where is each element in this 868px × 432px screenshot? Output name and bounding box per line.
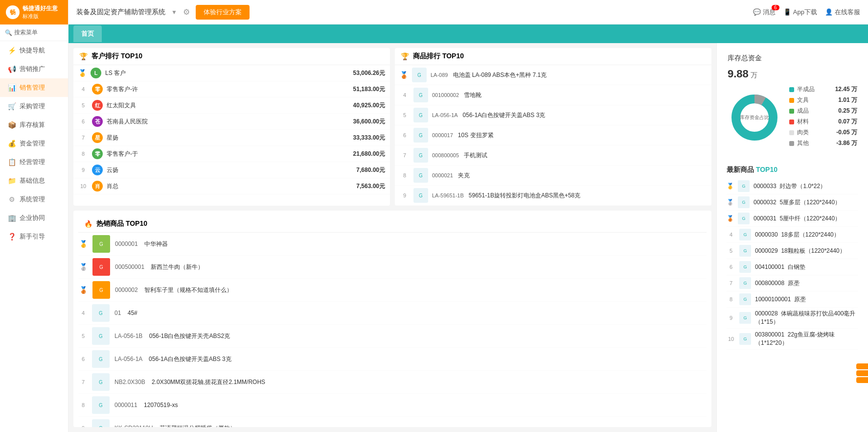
legend-category-value: 12.45 万 [835,85,857,94]
new-product-info: 0000032 5厘多层（1220*2440） [754,198,858,207]
hot-product-info: LA-056-1B 056-1B白色按键开关壳ABS2克 [114,332,706,340]
sidebar-item-inventory[interactable]: 📦 库存核算 [0,116,68,134]
customer-rank-row[interactable]: 10 肖 肖总 7,563.00元 [73,178,390,194]
hot-product-code: LA-056-1A [114,356,142,362]
customer-name: 红太阳文具 [107,101,349,110]
new-product-row[interactable]: 9 G 0000028 体碗蔬核味苏打饮品400毫升（1*15） [727,308,858,329]
online-service-button[interactable]: 👤 在线客服 [825,8,860,17]
customer-rank-row[interactable]: 🥇 L LS 客户 53,006.26元 [73,65,390,81]
product-rank-row[interactable]: 8 G 0000021 夹克 [395,166,711,186]
trial-button[interactable]: 体验行业方案 [196,5,250,20]
product-ranking-header: 🏆 商品排行 TOP10 [395,48,711,65]
hot-product-row[interactable]: 4 G 01 45# [78,302,707,325]
product-thumbnail: G [412,68,427,82]
new-product-thumbnail: G [738,213,750,224]
legend-category-name: 肉类 [797,128,833,137]
product-rank-row[interactable]: 4 G 001000002 雪地靴 [395,85,711,105]
sidebar-item-quicknav[interactable]: ⚡ 快捷导航 [0,41,68,60]
rank-number: 4 [400,92,410,98]
product-rank-row[interactable]: 9 G LA-59651-1B 59651-1B旋转投影灯电池盒ABS黑色+58… [395,186,711,206]
hot-product-row[interactable]: 5 G LA-056-1B 056-1B白色按键开关壳ABS2克 [78,325,707,348]
sidebar-item-operation[interactable]: 📋 经营管理 [0,153,68,171]
hot-product-row[interactable]: 8 G 0000011 12070519-xs [78,394,707,417]
product-rank-row[interactable]: 🥉 G LA-089 电池盖 LA-089 ABS本色+黑种 7.1克 [395,65,711,85]
customer-rank-row[interactable]: 4 零 零售客户-许 51,183.00元 [73,81,390,97]
new-product-thumbnail: G [739,229,751,240]
hot-product-thumbnail: G [92,258,110,276]
sidebar-search-area[interactable]: 🔍 搜索菜单 [0,24,68,41]
new-product-row[interactable]: 4 G 0000030 18多层（1220*2440） [727,227,858,243]
customer-rank-row[interactable]: 7 星 星扬 33,333.00元 [73,130,390,146]
product-info: LA-089 电池盖 LA-089 ABS本色+黑种 7.1克 [431,71,707,79]
product-rank-row[interactable]: 7 G 000800005 手机测试 [395,145,711,166]
new-product-info: 0000029 18颗粒板（1220*2440） [755,247,858,255]
legend-item: 文具 1.01 万 [789,96,857,104]
product-code: 001000002 [432,92,459,98]
hot-product-row[interactable]: 🥉 G 0000002 智利车子里（规格不知道填什么） [78,279,707,302]
tab-home[interactable]: 首页 [73,25,102,42]
sidebar-item-newbie[interactable]: ❓ 新手引导 [0,227,68,246]
new-medal-gold: 🥇 [727,183,734,190]
new-product-row[interactable]: 6 G 004100001 白钢垫 [727,259,858,275]
cs-float-button[interactable]: 客服热线 [856,363,868,369]
hot-product-thumbnail: G [92,396,110,414]
logo-icon: 畅 [6,5,20,19]
customer-ranking-title: 客户排行 TOP10 [91,52,142,61]
hot-product-row[interactable]: 6 G LA-056-1A 056-1A白色按键开关盖ABS 3克 [78,348,707,371]
search-menu-button[interactable]: 🔍 搜索菜单 [5,28,38,37]
customer-rank-row[interactable]: 9 云 云扬 7,680.00元 [73,162,390,178]
hot-product-info: 0000001 中华神器 [115,240,706,248]
dropdown-icon[interactable]: ▼ [171,9,177,16]
cs-float-button[interactable]: 直播 [856,377,868,383]
product-info: LA-056-1A 056-1A白色按键开关盖ABS 3克 [432,111,707,120]
customer-rank-row[interactable]: 5 红 红太阳文具 40,925.00元 [73,97,390,114]
cs-float-button[interactable]: 服务社区 [856,370,868,376]
hot-product-row[interactable]: 7 G NB2.0X30B 2.0X30MM双搓花轴,搓花直径2.1MM/ROH… [78,371,707,394]
quicknav-icon: ⚡ [8,47,16,54]
new-product-row[interactable]: 5 G 0000029 18颗粒板（1220*2440） [727,243,858,259]
sidebar-item-system[interactable]: ⚙ 系统管理 [0,190,68,209]
hot-product-row[interactable]: 9 G KK-SD22110H 花语萌恒温分腿睡袋（厚款） [78,417,707,427]
hot-icon: 🔥 [84,220,92,228]
hot-product-info: KK-SD22110H 花语萌恒温分腿睡袋（厚款） [114,424,706,428]
sidebar-item-marketing[interactable]: 📢 营销推广 [0,60,68,78]
hot-medal-bronze: 🥉 [79,286,88,294]
new-product-rank-number: 6 [727,264,735,270]
hot-product-thumbnail: G [92,373,110,391]
product-rank-row[interactable]: 6 G 0000017 10S 变扭罗紧 [395,125,711,145]
legend-category-name: 半成品 [797,85,832,94]
new-product-row[interactable]: 🥇 G 0000033 封边带（1.0*22） [727,178,858,194]
hot-rank-number: 7 [79,379,87,385]
settings-icon[interactable]: ⚙ [183,7,190,17]
hot-product-thumbnail: G [92,419,110,427]
topbar-actions: 💬 消息 6 📱 App下载 👤 在线客服 [753,8,860,17]
new-product-row[interactable]: 🥈 G 0000032 5厘多层（1220*2440） [727,194,858,211]
new-product-row[interactable]: 10 G 003800001 22g鱼豆腐-烧烤味（1*12*20） [727,329,858,350]
new-products-title: 最新商品 TOP10 [727,166,858,174]
hot-product-row[interactable]: 🥈 G 000500001 新西兰牛肉（新牛） [78,256,707,279]
message-button[interactable]: 💬 消息 6 [753,8,776,17]
sidebar-item-enterprise[interactable]: 🏢 企业协同 [0,209,68,227]
product-name: 10S 变扭罗紧 [458,132,494,139]
customer-rank-row[interactable]: 6 苍 苍南县人民医院 36,600.00元 [73,114,390,130]
new-product-thumbnail: G [738,196,750,208]
hot-product-row[interactable]: 🥇 G 0000001 中华神器 [78,233,707,256]
hot-rank-number: 8 [79,402,87,408]
sidebar: 畅 畅捷通好生意 标准版 🔍 搜索菜单 ⚡ 快捷导航 📢 营销推广 📊 销售管理… [0,0,69,432]
customer-ranking-header: 🏆 客户排行 TOP10 [73,48,390,65]
new-product-row[interactable]: 7 G 000800008 原垄 [727,275,858,291]
sidebar-item-sales[interactable]: 📊 销售管理 [0,78,68,97]
new-product-row[interactable]: 🥉 G 0000031 5厘中纤（1220*2440） [727,211,858,227]
product-rank-row[interactable]: 5 G LA-056-1A 056-1A白色按键开关盖ABS 3克 [395,105,711,125]
new-medal-silver: 🥈 [727,199,734,206]
customer-rank-row[interactable]: 8 零 零售客户-于 21,680.00元 [73,146,390,162]
sidebar-item-finance[interactable]: 💰 资金管理 [0,134,68,153]
sidebar-item-purchase[interactable]: 🛒 采购管理 [0,97,68,116]
new-product-row[interactable]: 8 G 10000100001 原垄 [727,291,858,308]
sidebar-item-basic[interactable]: 📁 基础信息 [0,171,68,190]
app-download-button[interactable]: 📱 App下载 [783,8,817,17]
product-code: 0000017 [432,132,453,138]
legend-category-value: -0.05 万 [836,128,857,137]
product-ranking-table: 🥉 G LA-089 电池盖 LA-089 ABS本色+黑种 7.1克 4 G … [395,65,711,206]
new-product-thumbnail: G [739,245,751,257]
